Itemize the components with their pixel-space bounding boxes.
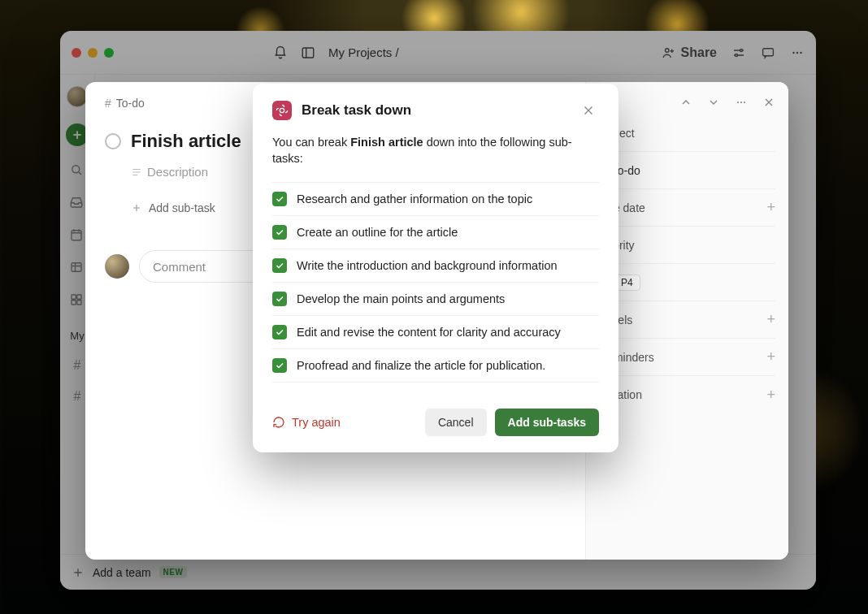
modal-intro: You can break Finish article down into t… <box>272 134 599 167</box>
project-value-row[interactable]: #To-do <box>599 152 775 189</box>
inbox-icon[interactable] <box>69 195 85 211</box>
table-icon[interactable] <box>69 260 85 276</box>
subtask-label: Proofread and finalize the article for p… <box>297 359 545 372</box>
add-subtasks-button[interactable]: Add sub-tasks <box>495 409 599 436</box>
priority-value-row[interactable]: P4 <box>599 264 775 301</box>
subtask-label: Edit and revise the content for clarity … <box>297 326 561 339</box>
description-placeholder: Description <box>147 165 208 179</box>
priority-value: P4 <box>621 277 633 288</box>
more-icon[interactable] <box>735 96 748 109</box>
subtask-list: Research and gather information on the t… <box>272 182 599 383</box>
plus-icon[interactable] <box>72 566 85 579</box>
intro-task-name: Finish article <box>350 136 423 149</box>
svg-rect-12 <box>77 295 81 299</box>
share-label: Share <box>681 45 717 60</box>
plus-icon <box>131 202 142 214</box>
svg-point-7 <box>800 51 801 53</box>
svg-point-6 <box>796 51 798 53</box>
project-field[interactable]: Project <box>599 115 775 152</box>
add-icon[interactable]: + <box>766 348 775 365</box>
location-field[interactable]: Location + <box>599 376 775 413</box>
sidebar-toggle-icon[interactable] <box>301 45 315 60</box>
add-subtask-label: Add sub-task <box>149 201 215 214</box>
subtask-row[interactable]: Write the introduction and background in… <box>272 249 599 283</box>
subtask-checkbox[interactable] <box>272 258 287 273</box>
subtask-row[interactable]: Create an outline for the article <box>272 216 599 249</box>
close-panel-icon[interactable] <box>762 96 775 109</box>
modal-title: Break task down <box>302 102 411 119</box>
subtask-label: Develop the main points and arguments <box>297 292 505 305</box>
app-titlebar: My Projects / Share <box>60 31 816 75</box>
window-close[interactable] <box>72 48 81 58</box>
comment-placeholder: Comment <box>153 260 206 274</box>
svg-point-2 <box>740 49 743 51</box>
comment-avatar <box>105 254 129 279</box>
priority-field[interactable]: Priority <box>599 227 775 264</box>
complete-task-checkbox[interactable] <box>105 133 121 149</box>
intro-prefix: You can break <box>272 136 350 149</box>
next-task-icon[interactable] <box>707 96 720 109</box>
svg-point-17 <box>744 102 745 103</box>
svg-point-1 <box>665 48 669 52</box>
chat-icon[interactable] <box>761 45 775 60</box>
add-icon[interactable]: + <box>766 387 775 404</box>
svg-rect-13 <box>72 301 76 305</box>
window-minimize[interactable] <box>88 48 98 58</box>
ai-icon <box>272 101 292 120</box>
subtask-checkbox[interactable] <box>272 192 287 206</box>
svg-point-15 <box>737 102 739 103</box>
reminders-field[interactable]: Reminders + <box>599 339 775 376</box>
try-again-label: Try again <box>292 416 341 429</box>
break-task-modal: Break task down You can break Finish art… <box>253 84 618 452</box>
search-icon[interactable] <box>69 162 85 179</box>
breadcrumb-label: To-do <box>116 97 145 110</box>
svg-point-8 <box>72 166 80 173</box>
subtask-checkbox[interactable] <box>272 225 287 240</box>
svg-point-3 <box>736 54 738 56</box>
subtask-row[interactable]: Proofread and finalize the article for p… <box>272 349 599 383</box>
labels-field[interactable]: Labels + <box>599 301 775 339</box>
window-controls[interactable] <box>72 48 114 58</box>
more-icon[interactable] <box>790 45 805 60</box>
subtask-row[interactable]: Research and gather information on the t… <box>272 183 599 216</box>
svg-rect-11 <box>72 295 76 299</box>
new-badge: NEW <box>159 566 188 578</box>
svg-rect-10 <box>72 263 81 272</box>
settings-sliders-icon[interactable] <box>731 45 746 60</box>
project-item[interactable]: # <box>74 358 81 373</box>
sidebar-section-label: My <box>70 330 84 342</box>
due-date-field[interactable]: Due date + <box>599 189 775 227</box>
svg-point-5 <box>792 51 794 53</box>
add-team-label[interactable]: Add a team <box>93 566 151 579</box>
breadcrumb[interactable]: My Projects / <box>328 45 399 59</box>
add-icon[interactable]: + <box>766 199 775 216</box>
svg-rect-0 <box>302 48 314 58</box>
calendar-icon[interactable] <box>69 227 85 244</box>
subtask-checkbox[interactable] <box>272 292 287 306</box>
subtask-label: Write the introduction and background in… <box>297 259 558 272</box>
grid-icon[interactable] <box>69 292 85 309</box>
bell-icon[interactable] <box>273 45 288 60</box>
svg-rect-9 <box>72 231 81 240</box>
subtask-row[interactable]: Develop the main points and arguments <box>272 283 599 316</box>
svg-rect-4 <box>763 48 774 55</box>
subtask-checkbox[interactable] <box>272 325 287 339</box>
try-again-button[interactable]: Try again <box>272 416 341 429</box>
subtask-label: Create an outline for the article <box>297 226 458 239</box>
subtask-row[interactable]: Edit and revise the content for clarity … <box>272 316 599 349</box>
add-icon[interactable]: + <box>766 311 775 328</box>
hash-icon: # <box>105 97 111 110</box>
cancel-button[interactable]: Cancel <box>425 409 487 436</box>
svg-point-18 <box>280 108 284 112</box>
prev-task-icon[interactable] <box>679 96 692 109</box>
svg-rect-14 <box>77 301 81 305</box>
subtask-checkbox[interactable] <box>272 358 287 373</box>
subtask-label: Research and gather information on the t… <box>297 192 532 205</box>
window-zoom[interactable] <box>104 48 114 58</box>
project-item[interactable]: # <box>74 389 81 404</box>
close-icon[interactable] <box>578 100 599 121</box>
svg-point-16 <box>740 102 742 103</box>
share-button[interactable]: Share <box>662 45 717 60</box>
task-title[interactable]: Finish article <box>131 131 241 152</box>
